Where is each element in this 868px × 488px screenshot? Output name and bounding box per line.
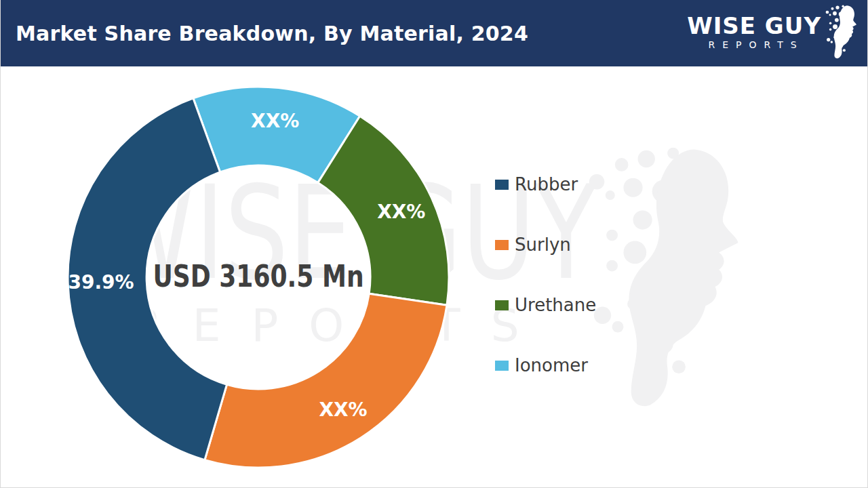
legend-label-rubber: Rubber: [515, 176, 578, 193]
legend-item-surlyn[interactable]: Surlyn: [495, 231, 596, 258]
page: Market Share Breakdown, By Material, 202…: [0, 0, 868, 488]
logo-subtitle: REPORTS: [704, 39, 804, 50]
legend-label-surlyn: Surlyn: [515, 236, 571, 253]
segment-value-label-ionomer: XX%: [251, 110, 299, 132]
legend-item-ionomer[interactable]: Ionomer: [495, 352, 596, 379]
logo-wordmark: WISE GUY: [687, 14, 821, 39]
legend-marker-rubber: [495, 180, 509, 190]
legend-marker-ionomer: [495, 361, 509, 371]
segment-value-label-surlyn: XX%: [319, 399, 367, 421]
segment-value-label-rubber: 39.9%: [68, 271, 134, 293]
segment-value-label-urethane: XX%: [377, 201, 425, 223]
legend-marker-surlyn: [495, 240, 509, 250]
watermark-face-icon: [574, 144, 765, 411]
wiseguy-face-icon: [823, 4, 862, 60]
wiseguy-logo: WISE GUY REPORTS: [687, 4, 862, 60]
report-title: Market Share Breakdown, By Material, 202…: [1, 22, 528, 45]
legend-item-urethane[interactable]: Urethane: [495, 291, 596, 319]
header: Market Share Breakdown, By Material, 202…: [1, 0, 867, 66]
legend-item-rubber[interactable]: Rubber: [495, 171, 596, 198]
legend-label-ionomer: Ionomer: [515, 357, 588, 374]
chart-center-value: USD 3160.5 Mn: [153, 259, 363, 293]
legend-label-urethane: Urethane: [515, 296, 596, 314]
donut-segment-surlyn[interactable]: [205, 293, 447, 468]
chart-legend: RubberSurlynUrethaneIonomer: [495, 171, 596, 412]
legend-marker-urethane: [495, 300, 509, 310]
